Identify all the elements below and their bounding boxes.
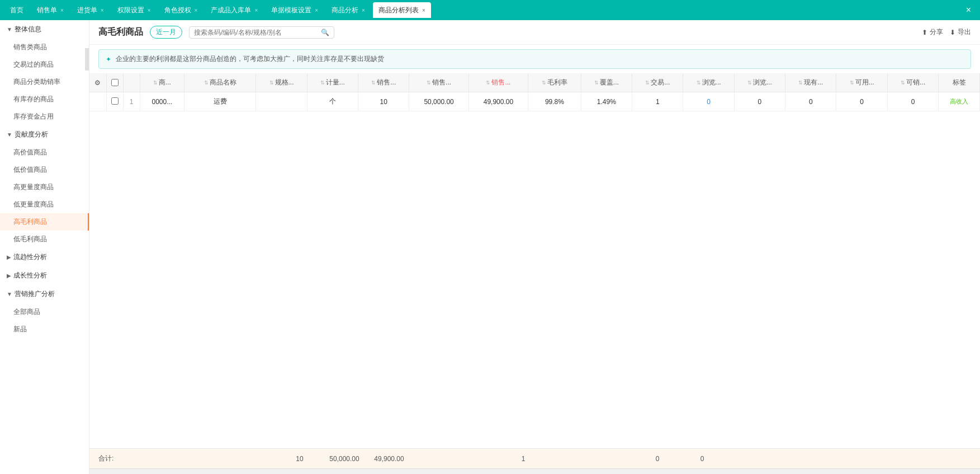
nav-tab-analysis-close[interactable]: × (362, 7, 365, 13)
bottom-scrollbar[interactable] (89, 468, 980, 474)
sidebar-item-stocked-goods[interactable]: 有库存的商品 (0, 91, 89, 108)
footer-empty1 (411, 455, 501, 463)
nav-tab-purchase-label: 进货单 (77, 6, 97, 15)
filter-recent-month-button[interactable]: 近一月 (150, 26, 182, 39)
nav-tab-sales[interactable]: 销售单 × (31, 2, 69, 18)
sort-icon-transactions: ⇅ (645, 80, 650, 86)
col-browse1[interactable]: ⇅ 浏览... (683, 73, 734, 92)
nav-tab-analysis[interactable]: 商品分析 × (326, 2, 371, 18)
row-spec (256, 92, 307, 111)
sidebar-group-marketing-arrow: ▼ (7, 291, 12, 297)
sidebar-item-all-goods[interactable]: 全部商品 (0, 303, 89, 321)
sidebar-items-marketing: 全部商品 新品 (0, 303, 89, 338)
sidebar-group-trend-label: 流趋性分析 (13, 252, 47, 262)
row-sales-amount: 50,000.00 (409, 92, 468, 111)
sidebar: ▼ 整体信息 销售类商品 交易过的商品 商品分类助销率 有库存的商品 库存资金占… (0, 20, 89, 474)
info-banner: ✦ 企业的主要的利润都是这部分商品创造的，可考虑加大推广，同时关注库存是不要出现… (98, 49, 971, 69)
sidebar-item-traded-goods[interactable]: 交易过的商品 (0, 56, 89, 73)
export-label: 导出 (958, 27, 971, 37)
sidebar-group-marketing[interactable]: ▼ 营销推广分析 (0, 285, 89, 303)
col-checkbox[interactable] (106, 73, 123, 92)
data-table: ⚙ ⇅ 商... (89, 73, 980, 111)
sidebar-group-overall-label: 整体信息 (15, 25, 41, 34)
nav-tab-home[interactable]: 首页 (4, 2, 29, 18)
footer-sales-profit: 49,900.00 (367, 455, 411, 463)
nav-tab-analysis-list-close[interactable]: × (422, 7, 425, 13)
nav-tab-stock-in-close[interactable]: × (254, 7, 258, 13)
nav-tab-permissions-close[interactable]: × (148, 7, 151, 13)
sidebar-group-growth-arrow: ▶ (7, 273, 11, 279)
sidebar-item-high-value[interactable]: 高价值商品 (0, 144, 89, 161)
sort-icon-name: ⇅ (204, 80, 209, 86)
table-container: ⚙ ⇅ 商... (89, 73, 980, 448)
sidebar-item-high-freq[interactable]: 高更量度商品 (0, 179, 89, 196)
sort-icon-browse2: ⇅ (747, 80, 752, 86)
sidebar-item-stock-capital[interactable]: 库存资金占用 (0, 108, 89, 125)
col-unit[interactable]: ⇅ 计量... (307, 73, 358, 92)
row-code: 0000... (140, 92, 184, 111)
nav-tab-roles[interactable]: 角色授权 × (159, 2, 203, 18)
col-sales-profit[interactable]: ⇅ 销售... (468, 73, 528, 92)
col-sales-qty[interactable]: ⇅ 销售... (358, 73, 409, 92)
search-icon[interactable]: 🔍 (321, 29, 329, 36)
top-nav: 首页 销售单 × 进货单 × 权限设置 × 角色授权 × 产成品入库单 × 单据… (0, 0, 980, 20)
sidebar-group-overall[interactable]: ▼ 整体信息 (0, 20, 89, 39)
col-code[interactable]: ⇅ 商... (140, 73, 184, 92)
search-input[interactable] (194, 29, 321, 36)
row-select-checkbox[interactable] (111, 97, 119, 105)
col-available-stock[interactable]: ⇅ 可用... (836, 73, 887, 92)
col-browse2[interactable]: ⇅ 浏览... (734, 73, 785, 92)
sidebar-item-high-margin[interactable]: 高毛利商品 (0, 213, 89, 231)
col-current-stock[interactable]: ⇅ 现有... (785, 73, 836, 92)
share-button[interactable]: ⬆ 分享 (922, 27, 943, 37)
sidebar-item-low-value[interactable]: 低价值商品 (0, 161, 89, 179)
footer-empty2 (546, 455, 635, 463)
col-sales-amount[interactable]: ⇅ 销售... (409, 73, 468, 92)
footer-values: 10 50,000.00 49,900.00 1 0 0 (277, 455, 725, 463)
nav-tab-purchase-close[interactable]: × (101, 7, 104, 13)
header-actions: ⬆ 分享 ⬇ 导出 (922, 27, 971, 37)
select-all-checkbox[interactable] (111, 79, 119, 86)
col-spec[interactable]: ⇅ 规格... (256, 73, 307, 92)
sidebar-item-category-rate[interactable]: 商品分类助销率 (0, 73, 89, 91)
page-title: 高毛利商品 (98, 26, 143, 38)
share-label: 分享 (930, 27, 943, 37)
nav-tab-permissions[interactable]: 权限设置 × (112, 2, 157, 18)
row-tag: 高收入 (939, 92, 980, 111)
search-box: 🔍 (189, 26, 334, 39)
sort-icon-sales-profit: ⇅ (486, 80, 490, 86)
col-name[interactable]: ⇅ 商品名称 (184, 73, 256, 92)
sidebar-group-growth[interactable]: ▶ 成长性分析 (0, 266, 89, 285)
nav-tab-stock-in[interactable]: 产成品入库单 × (205, 2, 263, 18)
nav-tab-template[interactable]: 单据模板设置 × (266, 2, 324, 18)
sidebar-item-low-freq[interactable]: 低更量度商品 (0, 196, 89, 213)
content-header: 高毛利商品 近一月 🔍 ⬆ 分享 ⬇ 导出 (89, 20, 980, 45)
sort-icon-current-stock: ⇅ (798, 80, 803, 86)
sidebar-group-contribution-arrow: ▼ (7, 132, 12, 138)
table-header-row: ⚙ ⇅ 商... (89, 73, 980, 92)
sort-icon-unit: ⇅ (320, 80, 325, 86)
nav-tab-purchase[interactable]: 进货单 × (72, 2, 110, 18)
sidebar-group-trend[interactable]: ▶ 流趋性分析 (0, 248, 89, 266)
row-checkbox[interactable] (106, 92, 123, 111)
row-sellable-stock: 0 (887, 92, 938, 111)
nav-tab-roles-close[interactable]: × (195, 7, 198, 13)
col-sellable-stock[interactable]: ⇅ 可销... (887, 73, 938, 92)
sidebar-item-low-margin[interactable]: 低毛利商品 (0, 231, 89, 248)
col-settings[interactable]: ⚙ (89, 73, 106, 92)
nav-tab-sales-close[interactable]: × (60, 7, 64, 13)
row-browse1[interactable]: 0 (683, 92, 734, 111)
export-icon: ⬇ (950, 29, 955, 36)
export-button[interactable]: ⬇ 导出 (950, 27, 971, 37)
col-gross-rate[interactable]: ⇅ 毛利率 (528, 73, 581, 92)
sidebar-item-sales-goods[interactable]: 销售类商品 (0, 39, 89, 56)
sidebar-item-new-goods[interactable]: 新品 (0, 321, 89, 338)
nav-tab-template-close[interactable]: × (315, 7, 318, 13)
nav-tab-analysis-list[interactable]: 商品分析列表 × (373, 2, 431, 18)
row-transactions: 1 (632, 92, 683, 111)
col-transactions[interactable]: ⇅ 交易... (632, 73, 683, 92)
col-coverage[interactable]: ⇅ 覆盖... (581, 73, 632, 92)
sidebar-group-contribution[interactable]: ▼ 贡献度分析 (0, 125, 89, 144)
sidebar-collapse-button[interactable]: 《 (85, 48, 89, 71)
close-all-button[interactable]: × (962, 5, 976, 15)
